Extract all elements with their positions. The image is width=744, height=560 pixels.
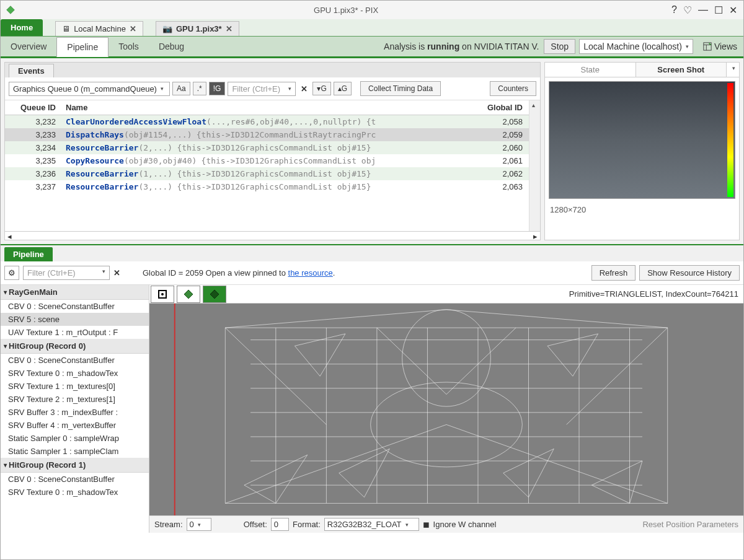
tab-gpu-capture[interactable]: 📷 GPU 1.pix3* ✕ — [156, 21, 239, 36]
col-queue-id[interactable]: Queue ID — [5, 100, 61, 115]
svg-rect-6 — [149, 304, 743, 515]
screenshot-tab[interactable]: Screen Shot — [636, 63, 727, 77]
offset-input[interactable]: 0 — [271, 518, 289, 531]
subtab-debug[interactable]: Debug — [149, 37, 194, 56]
ignore-w-checkbox[interactable]: ◼ — [423, 520, 430, 529]
sub-tabs: Overview Pipeline Tools Debug Analysis i… — [1, 37, 743, 56]
table-row[interactable]: 3,233DispatchRays(obj#1154,...) {this->I… — [5, 128, 540, 141]
tab-close-icon[interactable]: ✕ — [130, 24, 136, 33]
cell-queue-id: 3,235 — [5, 154, 61, 167]
events-filter-input[interactable]: Filter (Ctrl+E) — [228, 82, 296, 96]
screenshot-image — [549, 81, 735, 199]
titlebar: GPU 1.pix3* - PIX ? ♡ — ☐ ✕ — [1, 1, 743, 19]
reset-position-button[interactable]: Reset Position Parameters — [642, 520, 738, 529]
col-global-id[interactable]: Global ID — [466, 100, 528, 115]
mesh-viewer: Primitive=TRIANGLELIST, IndexCount=76421… — [149, 285, 743, 533]
close-icon[interactable]: ✕ — [729, 4, 737, 16]
tree-item[interactable]: SRV Texture 0 : m_shadowTex — [1, 367, 149, 380]
maximize-icon[interactable]: ☐ — [714, 4, 723, 16]
clear-filter-icon[interactable]: ✕ — [298, 84, 310, 94]
counters-button[interactable]: Counters — [490, 81, 536, 96]
screenshot-menu[interactable] — [727, 63, 739, 77]
cell-global-id: 2,059 — [466, 128, 528, 141]
not-g-toggle[interactable]: !G — [209, 82, 226, 95]
tree-item[interactable]: SRV 5 : scene — [1, 313, 149, 326]
stop-button[interactable]: Stop — [544, 39, 575, 54]
tree-item[interactable]: Static Sampler 0 : sampleWrap — [1, 432, 149, 445]
clear-filter-icon[interactable]: ✕ — [113, 268, 120, 278]
tab-close-icon[interactable]: ✕ — [226, 24, 232, 33]
collect-timing-button[interactable]: Collect Timing Data — [360, 81, 441, 96]
ignore-w-label: Ignore W channel — [433, 520, 497, 529]
tree-item[interactable]: CBV 0 : SceneConstantBuffer — [1, 473, 149, 486]
tree-item[interactable]: SRV Texture 1 : m_textures[0] — [1, 380, 149, 393]
gear-icon[interactable]: ⚙ — [4, 266, 19, 280]
feedback-icon[interactable]: ♡ — [683, 4, 692, 16]
cell-global-id: 2,060 — [466, 141, 528, 154]
cell-queue-id: 3,232 — [5, 115, 61, 129]
cell-global-id: 2,058 — [466, 115, 528, 129]
table-row[interactable]: 3,237ResourceBarrier(3,...) {this->ID3D1… — [5, 180, 540, 193]
resource-link[interactable]: the resource — [288, 268, 333, 278]
views-button[interactable]: Views — [697, 42, 743, 51]
format-selector[interactable]: R32G32B32_FLOAT — [324, 518, 419, 531]
svg-marker-5 — [210, 290, 219, 299]
machine-selector[interactable]: Local Machine (localhost) — [579, 39, 693, 54]
tree-group-hitgroup0[interactable]: HitGroup (Record 0) — [1, 339, 149, 354]
app-logo-icon — [4, 4, 17, 16]
tab-label: Local Machine — [74, 24, 126, 33]
cell-name: ClearUnorderedAccessViewFloat(...,res#6,… — [61, 115, 466, 129]
help-icon[interactable]: ? — [671, 4, 677, 16]
tree-item[interactable]: SRV Texture 2 : m_textures[1] — [1, 393, 149, 406]
minimize-icon[interactable]: — — [698, 4, 708, 16]
subtab-tools[interactable]: Tools — [108, 37, 149, 56]
col-name[interactable]: Name — [61, 100, 466, 115]
events-table: Queue ID Name Global ID 3,232ClearUnorde… — [5, 100, 540, 231]
view-mode-wire-overlay-icon[interactable] — [203, 286, 226, 303]
tree-item[interactable]: Static Sampler 1 : sampleClam — [1, 445, 149, 458]
events-hscroll[interactable]: ◂▸ — [5, 231, 540, 240]
svg-point-3 — [161, 293, 164, 295]
down-g-button[interactable]: ▾G — [312, 82, 330, 95]
tree-item[interactable]: SRV Buffer 3 : m_indexBuffer : — [1, 406, 149, 419]
screenshot-dimensions: 1280×720 — [545, 203, 739, 217]
table-row[interactable]: 3,235CopyResource(obj#30,obj#40) {this->… — [5, 154, 540, 167]
home-button[interactable]: Home — [1, 19, 43, 36]
case-toggle[interactable]: Aa — [172, 82, 190, 95]
primitive-info: Primitive=TRIANGLELIST, IndexCount=76421… — [569, 289, 743, 299]
tree-item[interactable]: UAV Texture 1 : m_rtOutput : F — [1, 326, 149, 339]
show-resource-history-button[interactable]: Show Resource History — [639, 265, 740, 281]
tree-group-raygen[interactable]: RayGenMain — [1, 285, 149, 300]
svg-marker-0 — [7, 6, 15, 14]
regex-toggle[interactable]: .* — [193, 82, 206, 95]
pipeline-filter-input[interactable]: Filter (Ctrl+E) — [23, 266, 110, 280]
resource-tree: RayGenMain CBV 0 : SceneConstantBuffer S… — [1, 285, 149, 533]
subtab-overview[interactable]: Overview — [1, 37, 56, 56]
table-row[interactable]: 3,234ResourceBarrier(2,...) {this->ID3D1… — [5, 141, 540, 154]
stream-label: Stream: — [154, 520, 183, 529]
stream-input[interactable]: 0 — [187, 518, 211, 531]
refresh-button[interactable]: Refresh — [591, 265, 636, 281]
view-mode-solid-icon[interactable] — [151, 286, 174, 303]
format-label: Format: — [293, 520, 321, 529]
mesh-canvas[interactable] — [149, 304, 743, 515]
tree-item[interactable]: SRV Texture 0 : m_shadowTex — [1, 486, 149, 499]
svg-marker-4 — [184, 290, 193, 299]
cell-name: ResourceBarrier(1,...) {this->ID3D12Grap… — [61, 167, 466, 180]
tab-local-machine[interactable]: 🖥 Local Machine ✕ — [55, 21, 143, 36]
table-row[interactable]: 3,236ResourceBarrier(1,...) {this->ID3D1… — [5, 167, 540, 180]
events-vscroll[interactable] — [529, 100, 540, 231]
table-row[interactable]: 3,232ClearUnorderedAccessViewFloat(...,r… — [5, 115, 540, 129]
pipeline-tab[interactable]: Pipeline — [4, 247, 53, 261]
state-tab[interactable]: State — [545, 63, 636, 77]
tree-item[interactable]: CBV 0 : SceneConstantBuffer — [1, 300, 149, 313]
tree-item[interactable]: SRV Buffer 4 : m_vertexBuffer — [1, 419, 149, 432]
tree-group-hitgroup1[interactable]: HitGroup (Record 1) — [1, 458, 149, 473]
view-mode-wire-icon[interactable] — [177, 286, 200, 303]
up-g-button[interactable]: ▴G — [334, 82, 352, 95]
queue-selector[interactable]: Graphics Queue 0 (m_commandQueue) — [9, 82, 170, 96]
heatmap-legend — [727, 83, 733, 197]
subtab-pipeline[interactable]: Pipeline — [56, 37, 108, 57]
events-tab[interactable]: Events — [9, 64, 54, 77]
tree-item[interactable]: CBV 0 : SceneConstantBuffer — [1, 354, 149, 367]
